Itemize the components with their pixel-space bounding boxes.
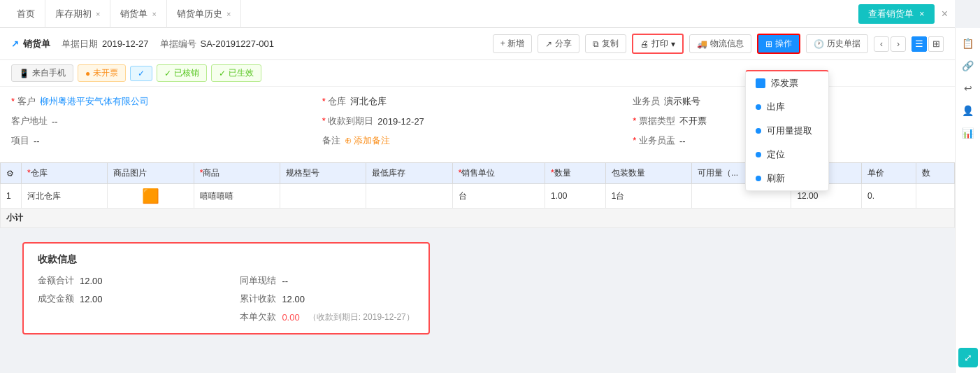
overdue-field: 本单欠款 0.00 （收款到期日: 2019-12-27） [240,311,414,323]
window-close-icon[interactable]: × [942,8,948,20]
add-remark-button[interactable]: ⊕ 添加备注 [345,134,391,147]
outbound-item[interactable]: 出库 [746,95,828,119]
row-min-stock [366,184,452,209]
operations-button-label: 操作 [775,38,792,50]
locate-label: 定位 [767,148,785,161]
row-no: 1 [1,184,22,209]
tab-inventory[interactable]: 库存期初 × [45,0,110,28]
sidebar-chart-icon[interactable]: 📊 [958,123,978,143]
share-icon: ↗ [545,39,552,49]
close-inventory-icon[interactable]: × [96,10,100,18]
nav-arrows: ‹ › [874,36,906,52]
tab-view-sales-button[interactable]: 查看销货单 × [858,4,935,24]
total-amount-field: 金额合计 12.00 [38,274,212,287]
address-label: 客户地址 [11,115,48,127]
col-settings: ⚙ [1,163,22,184]
doc-title: ↗ 销货单 [11,38,50,50]
doc-type-icon: ↗ [11,38,19,49]
list-view-button[interactable]: ☰ [911,36,927,52]
available-extract-item[interactable]: 可用量提取 [746,119,828,143]
share-button-label: 分享 [555,38,572,50]
overdue-hint: （收款到期日: 2019-12-27） [308,311,415,323]
effective-badge-label: 已生效 [229,67,254,79]
check-badge[interactable]: ✓ [130,66,152,81]
history-icon: 🕐 [814,39,824,49]
doc-header: ↗ 销货单 单据日期 2019-12-27 单据编号 SA-20191227-0… [0,28,955,60]
phone-badge[interactable]: 📱 来自手机 [11,64,73,82]
customer-label: 客户 [11,95,36,108]
refresh-label: 刷新 [767,172,785,185]
ticket-icon: ● [85,69,90,78]
tab-inventory-label: 库存期初 [55,8,92,20]
employee-label: 业务员 [633,95,660,108]
logistics-button[interactable]: 🚚 物流信息 [689,34,751,53]
history-records-button[interactable]: 🕐 历史单据 [806,34,868,53]
print-button[interactable]: 🖨 打印 ▾ [632,34,684,54]
new-button[interactable]: + 新增 [493,34,532,53]
customer-field: 客户 柳州粤港平安气体有限公司 [11,95,322,108]
tab-history[interactable]: 销货单历史 × [167,0,241,28]
employee2-label: 业务员盂 [633,134,675,147]
close-view-icon[interactable]: × [919,8,925,19]
sidebar-doc-icon[interactable]: 📋 [958,34,978,53]
locate-item[interactable]: 定位 [746,143,828,167]
settlement-value: -- [282,276,288,286]
add-invoice-label: 添发票 [771,77,798,90]
copy-button[interactable]: ⧉ 复制 [585,34,626,53]
outbound-dot [756,104,761,110]
cancelled-icon: ✓ [164,69,171,78]
prev-arrow[interactable]: ‹ [874,36,889,52]
project-value: -- [34,136,40,146]
sidebar-expand-icon[interactable]: ⤢ [958,348,978,360]
print-button-label: 打印 [651,38,668,50]
row-unit: 台 [452,184,545,209]
grid-view-button[interactable]: ⊞ [928,36,944,52]
row-qty: 1.00 [545,184,606,209]
invoice-value: 不开票 [679,115,707,127]
phone-icon: 📱 [19,69,29,78]
close-sales-icon[interactable]: × [152,10,156,18]
col-price: 单价 [862,163,916,184]
tab-sales[interactable]: 销货单 × [110,0,166,28]
new-button-label: + 新增 [500,38,524,50]
payment-grid: 金额合计 12.00 同单现结 -- 成交金额 12.00 累计收款 [38,274,415,323]
address-field: 客户地址 -- [11,115,322,127]
operations-dropdown: 添发票 出库 可用量提取 定位 刷新 [745,70,829,191]
logistics-button-label: 物流信息 [710,38,744,50]
sidebar-user-icon[interactable]: 👤 [958,101,978,120]
add-remark-label: 添加备注 [354,135,390,146]
sidebar-link-icon[interactable]: 🔗 [958,56,978,76]
add-invoice-item[interactable]: 添发票 [746,71,828,95]
sidebar-reply-icon[interactable]: ↩ [958,78,978,98]
deal-amount-field: 成交金额 12.00 [38,293,212,305]
employee2-value: -- [679,136,686,146]
tab-sales-label: 销货单 [120,8,147,20]
close-history-icon[interactable]: × [226,10,231,18]
cumulative-label: 累计收款 [240,293,276,305]
remark-label: 备注 [322,134,340,147]
doc-no-field: 单据编号 SA-20191227-001 [160,38,275,50]
total-amount-value: 12.00 [80,276,103,286]
warehouse-field: 仓库 河北仓库 [322,95,633,108]
ticket-badge-label: 未开票 [93,67,118,79]
due-date-label: 收款到期日 [322,115,374,127]
due-date-field: 收款到期日 2019-12-27 [322,115,633,127]
col-qty: *数量 [545,163,606,184]
add-icon: ⊕ [345,135,352,146]
cancelled-badge[interactable]: ✓ 已核销 [157,64,207,82]
ticket-badge[interactable]: ● 未开票 [78,64,126,82]
operations-button[interactable]: ⊞ 操作 [757,34,800,54]
print-dropdown-icon: ▾ [671,39,675,49]
share-button[interactable]: ↗ 分享 [538,34,579,53]
warehouse-label: 仓库 [322,95,347,108]
refresh-item[interactable]: 刷新 [746,167,828,190]
available-extract-label: 可用量提取 [767,125,812,137]
deal-amount-value: 12.00 [80,294,103,304]
effective-badge[interactable]: ✓ 已生效 [211,64,261,82]
overdue-label: 本单欠款 [240,311,276,323]
settlement-field: 同单现结 -- [240,274,414,287]
next-arrow[interactable]: › [891,36,906,52]
customer-value[interactable]: 柳州粤港平安气体有限公司 [40,95,149,108]
locate-dot [756,152,761,157]
tab-home[interactable]: 首页 [7,0,45,28]
